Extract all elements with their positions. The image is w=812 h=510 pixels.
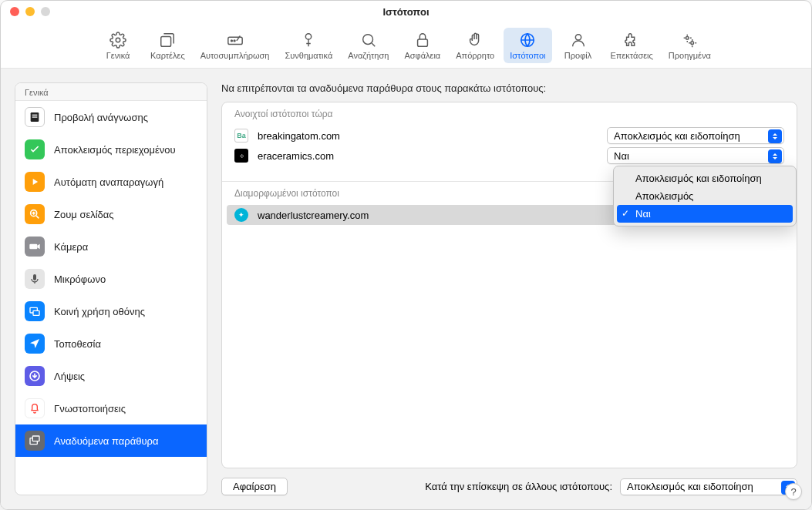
dropdown-option[interactable]: Αποκλεισμός xyxy=(617,187,793,205)
remove-button[interactable]: Αφαίρεση xyxy=(221,478,288,495)
toolbar-profiles[interactable]: Προφίλ xyxy=(555,28,601,63)
svg-rect-14 xyxy=(32,116,38,117)
favicon-icon: ✦ xyxy=(234,208,248,222)
close-window-button[interactable] xyxy=(10,7,19,16)
minimize-window-button[interactable] xyxy=(25,7,35,16)
popup-icon xyxy=(25,431,45,451)
titlebar: Ιστότοποι xyxy=(1,1,811,22)
toolbar-privacy[interactable]: Απόρρητο xyxy=(450,28,500,63)
site-domain: wanderlustcreamery.com xyxy=(258,210,598,221)
key-icon xyxy=(299,31,318,49)
help-button[interactable]: ? xyxy=(785,483,802,500)
sidebar-item-popups[interactable]: Αναδυόμενα παράθυρα xyxy=(15,424,207,457)
main-panel: Να επιτρέπονται τα αναδυόμενα παράθυρα σ… xyxy=(221,82,797,495)
svg-point-11 xyxy=(691,41,694,44)
sidebar-item-notifications[interactable]: Γνωστοποιήσεις xyxy=(15,392,207,424)
permission-dropdown-menu: Αποκλεισμός και ειδοποίηση Αποκλεισμός Ν… xyxy=(613,166,797,226)
sidebar-item-camera[interactable]: Κάμερα xyxy=(15,230,207,263)
default-permission-select[interactable]: Αποκλεισμός και ειδοποίηση xyxy=(620,478,797,495)
open-sites-label: Ανοιχτοί ιστότοποι τώρα xyxy=(222,102,797,126)
toolbar-label: Αυτοσυμπλήρωση xyxy=(200,51,270,60)
sidebar-item-label: Κοινή χρήση οθόνης xyxy=(54,306,145,317)
toolbar-label: Γενικά xyxy=(106,51,130,60)
site-domain: breakingatom.com xyxy=(258,130,598,142)
toolbar-search[interactable]: Αναζήτηση xyxy=(342,28,395,63)
toolbar-tabs[interactable]: Καρτέλες xyxy=(144,28,191,63)
microphone-icon xyxy=(25,269,45,289)
sidebar-item-label: Τοποθεσία xyxy=(54,338,101,350)
chevron-updown-icon xyxy=(768,149,782,163)
toolbar-advanced[interactable]: Προηγμένα xyxy=(662,28,717,63)
zoom-window-button[interactable] xyxy=(41,7,50,16)
toolbar-autofill[interactable]: Αυτοσυμπλήρωση xyxy=(194,28,276,63)
autofill-icon xyxy=(226,31,244,49)
chevron-updown-icon xyxy=(768,129,782,143)
select-value: Αποκλεισμός και ειδοποίηση xyxy=(614,130,740,142)
sidebar-item-page-zoom[interactable]: Ζουμ σελίδας xyxy=(15,198,207,230)
sidebar-item-downloads[interactable]: Λήψεις xyxy=(15,360,207,392)
sidebar-item-label: Κάμερα xyxy=(54,241,88,253)
shield-check-icon xyxy=(25,139,45,159)
site-permission-select[interactable]: Ναι xyxy=(607,147,784,164)
search-icon xyxy=(359,31,378,49)
sidebar-item-label: Ζουμ σελίδας xyxy=(54,209,114,220)
window-title: Ιστότοποι xyxy=(382,6,429,18)
toolbar-passwords[interactable]: Συνθηματικά xyxy=(278,28,339,63)
svg-point-3 xyxy=(231,40,232,42)
svg-point-10 xyxy=(686,36,689,39)
dropdown-option[interactable]: Ναι xyxy=(617,205,793,223)
sidebar-item-microphone[interactable]: Μικρόφωνο xyxy=(15,263,207,295)
tabs-icon xyxy=(158,31,177,49)
sidebar-header: Γενικά xyxy=(15,83,207,101)
zoom-icon xyxy=(25,204,45,224)
svg-point-6 xyxy=(362,34,372,44)
svg-point-4 xyxy=(234,40,235,42)
sidebar-item-label: Γνωστοποιήσεις xyxy=(54,403,126,414)
screen-icon xyxy=(25,301,45,321)
sidebar-item-label: Λήψεις xyxy=(54,371,85,382)
favicon-icon: Ba xyxy=(234,129,248,143)
play-icon xyxy=(25,172,45,192)
toolbar-label: Προηγμένα xyxy=(669,51,711,60)
person-icon xyxy=(569,31,588,49)
site-row[interactable]: Ba breakingatom.com Αποκλεισμός και ειδο… xyxy=(222,126,797,146)
default-label: Κατά την επίσκεψη σε άλλους ιστότοπους: xyxy=(425,481,612,492)
site-panel: Ανοιχτοί ιστότοποι τώρα Ba breakingatom.… xyxy=(221,102,797,468)
sidebar-item-label: Μικρόφωνο xyxy=(54,273,106,285)
camera-icon xyxy=(25,237,45,257)
sidebar-item-screen-sharing[interactable]: Κοινή χρήση οθόνης xyxy=(15,295,207,327)
svg-rect-22 xyxy=(32,436,39,441)
svg-point-5 xyxy=(306,33,312,39)
toolbar-label: Επεκτάσεις xyxy=(611,51,653,60)
svg-rect-17 xyxy=(33,274,36,280)
gears-icon xyxy=(680,31,699,49)
bottom-bar: Αφαίρεση Κατά την επίσκεψη σε άλλους ιστ… xyxy=(221,468,797,495)
svg-rect-16 xyxy=(29,244,37,250)
download-icon xyxy=(25,366,45,386)
sidebar-item-location[interactable]: Τοποθεσία xyxy=(15,327,207,360)
main-header: Να επιτρέπονται τα αναδυόμενα παράθυρα σ… xyxy=(221,82,797,102)
content-area: Γενικά Προβολή ανάγνωσης Αποκλεισμός περ… xyxy=(1,69,811,509)
sidebar-item-autoplay[interactable]: Αυτόματη αναπαραγωγή xyxy=(15,166,207,198)
sidebar-item-label: Προβολή ανάγνωσης xyxy=(54,112,148,123)
toolbar-label: Απόρρητο xyxy=(456,51,494,60)
toolbar-security[interactable]: Ασφάλεια xyxy=(398,28,446,63)
sidebar-item-label: Αυτόματη αναπαραγωγή xyxy=(54,176,163,188)
svg-rect-7 xyxy=(417,39,427,46)
dropdown-option[interactable]: Αποκλεισμός και ειδοποίηση xyxy=(617,169,793,187)
puzzle-icon xyxy=(622,31,641,49)
preferences-window: Ιστότοποι Γενικά Καρτέλες Αυτοσυμπλήρωση… xyxy=(0,0,812,510)
svg-rect-13 xyxy=(32,115,38,116)
bell-icon xyxy=(25,398,45,418)
toolbar-label: Ασφάλεια xyxy=(404,51,440,60)
site-row[interactable]: ⟐ eraceramics.com Ναι Αποκλεισμός και ει… xyxy=(222,146,797,166)
site-domain: eraceramics.com xyxy=(258,150,598,162)
site-permission-select[interactable]: Αποκλεισμός και ειδοποίηση xyxy=(607,127,784,144)
toolbar-websites[interactable]: Ιστότοποι xyxy=(504,28,551,63)
sidebar-item-content-blockers[interactable]: Αποκλεισμός περιεχομένου xyxy=(15,133,207,166)
lock-icon xyxy=(413,31,432,49)
toolbar-extensions[interactable]: Επεκτάσεις xyxy=(605,28,659,63)
sidebar-item-reader[interactable]: Προβολή ανάγνωσης xyxy=(15,101,207,133)
toolbar-general[interactable]: Γενικά xyxy=(95,28,141,63)
svg-rect-1 xyxy=(161,36,171,46)
